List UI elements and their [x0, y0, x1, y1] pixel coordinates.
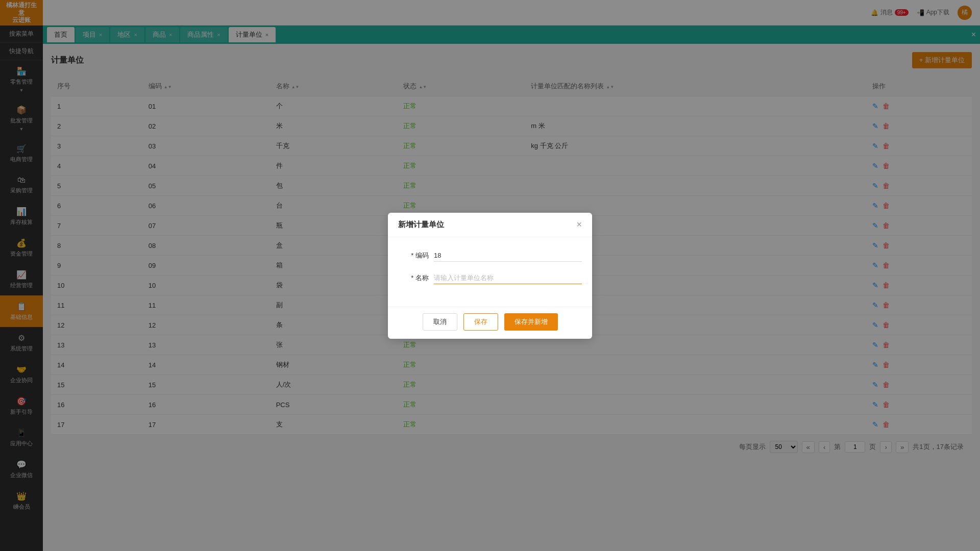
save-new-button[interactable]: 保存并新增 [504, 313, 558, 331]
modal-title: 新增计量单位 [398, 220, 444, 230]
name-form-row: * 名称 [398, 272, 582, 284]
code-form-row: * 编码 [398, 249, 582, 262]
modal-header: 新增计量单位 × [388, 213, 592, 237]
modal-body: * 编码 * 名称 [388, 237, 592, 307]
save-button[interactable]: 保存 [463, 313, 498, 331]
modal-close-button[interactable]: × [576, 220, 582, 229]
name-input[interactable] [434, 272, 582, 284]
modal-footer: 取消 保存 保存并新增 [388, 307, 592, 339]
cancel-button[interactable]: 取消 [423, 313, 457, 331]
modal-overlay: 新增计量单位 × * 编码 * 名称 取消 保存 保存并新增 [0, 0, 980, 551]
code-input[interactable] [434, 249, 582, 262]
add-unit-modal: 新增计量单位 × * 编码 * 名称 取消 保存 保存并新增 [388, 213, 592, 339]
code-label: * 编码 [398, 251, 429, 260]
name-label: * 名称 [398, 273, 429, 283]
